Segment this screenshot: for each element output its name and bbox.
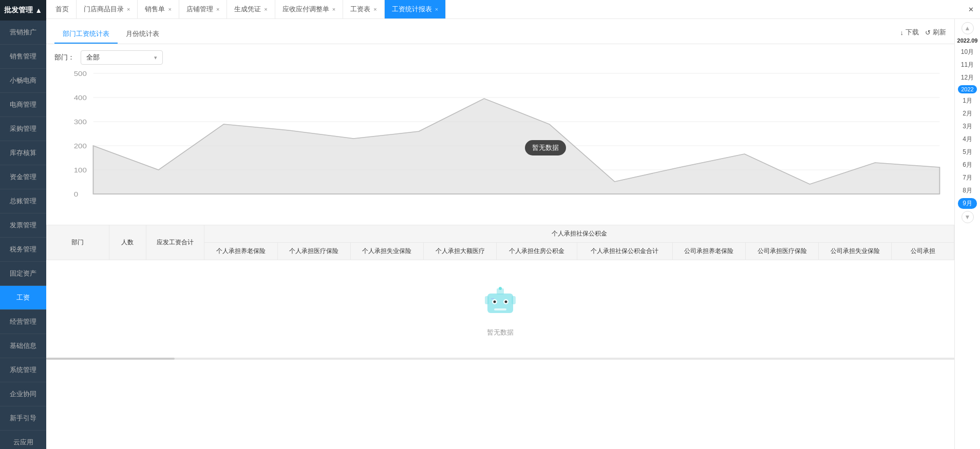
tab-close-店铺管理[interactable]: ×	[216, 6, 219, 12]
sidebar-item-采购管理[interactable]: 采购管理	[0, 117, 46, 141]
sidebar-header[interactable]: 批发管理 ▲	[0, 0, 46, 21]
timeline-month-1月[interactable]: 1月	[958, 94, 976, 107]
tab-close-工资表[interactable]: ×	[373, 6, 376, 12]
chart-no-data-label: 暂无数据	[525, 140, 566, 155]
timeline-down-button[interactable]: ▼	[962, 211, 974, 223]
data-table: 部门人数应发工资合计个人承担社保公积金 个人承担养老保险个人承担医疗保险个人承担…	[46, 225, 954, 260]
tab-工资表[interactable]: 工资表×	[343, 0, 384, 18]
tab-首页[interactable]: 首页	[48, 0, 77, 18]
svg-text:100: 100	[74, 167, 87, 173]
timeline-month-7月[interactable]: 7月	[958, 171, 976, 184]
sidebar-item-发票管理[interactable]: 发票管理	[0, 213, 46, 238]
chevron-down-icon: ▾	[154, 54, 157, 61]
sidebar-item-资金管理[interactable]: 资金管理	[0, 165, 46, 189]
tab-店铺管理[interactable]: 店铺管理×	[179, 0, 227, 18]
timeline-month-3月[interactable]: 3月	[958, 120, 976, 133]
sidebar-item-小畅电商[interactable]: 小畅电商	[0, 69, 46, 93]
timeline-month-4月[interactable]: 4月	[958, 133, 976, 146]
main-area: 首页门店商品目录×销售单×店铺管理×生成凭证×应收应付调整单×工资表×工资统计报…	[46, 0, 980, 449]
sub-col-公司承担养老保险: 公司承担养老保险	[672, 243, 745, 260]
tab-应收应付调整单[interactable]: 应收应付调整单×	[275, 0, 343, 18]
download-button[interactable]: ↓ 下载	[900, 28, 919, 37]
timeline-month-10月[interactable]: 10月	[958, 46, 976, 58]
timeline-month-2月[interactable]: 2月	[958, 107, 976, 120]
timeline-month-5月[interactable]: 5月	[958, 146, 976, 159]
timeline-current-date: 2022.09	[956, 35, 979, 46]
sub-col-公司承担失业保险: 公司承担失业保险	[819, 243, 892, 260]
content-area: 部门工资统计表月份统计表 ↓ 下载 ↺ 刷新 部门： 全部 ▾	[46, 19, 980, 449]
scroll-hint[interactable]	[46, 358, 954, 360]
empty-state: 暂无数据	[46, 260, 954, 358]
inner-tab-月份统计表[interactable]: 月份统计表	[118, 25, 167, 44]
tab-close-应收应付调整单[interactable]: ×	[332, 6, 335, 12]
sidebar-item-总账管理[interactable]: 总账管理	[0, 189, 46, 213]
svg-text:300: 300	[74, 119, 87, 125]
sidebar-item-销售管理[interactable]: 销售管理	[0, 45, 46, 69]
timeline-month-8月[interactable]: 8月	[958, 184, 976, 197]
svg-marker-12	[93, 99, 939, 194]
svg-rect-15	[512, 296, 516, 304]
sidebar-item-工资[interactable]: 工资	[0, 286, 46, 310]
sidebar-collapse-icon[interactable]: ▲	[35, 6, 42, 14]
tab-生成凭证[interactable]: 生成凭证×	[227, 0, 275, 18]
scroll-thumb[interactable]	[46, 358, 175, 360]
col-应发工资合计: 应发工资合计	[146, 225, 204, 260]
svg-text:0: 0	[74, 191, 79, 198]
sidebar-item-营销推广[interactable]: 营销推广	[0, 21, 46, 45]
sidebar-item-电商管理[interactable]: 电商管理	[0, 93, 46, 117]
table-wrap: 部门人数应发工资合计个人承担社保公积金 个人承担养老保险个人承担医疗保险个人承担…	[46, 225, 954, 360]
tab-actions: ↓ 下载 ↺ 刷新	[900, 28, 947, 41]
dept-select[interactable]: 全部 ▾	[81, 50, 163, 65]
tab-销售单[interactable]: 销售单×	[138, 0, 179, 18]
empty-icon	[480, 281, 521, 322]
tab-close-生成凭证[interactable]: ×	[264, 6, 267, 12]
tab-工资统计报表[interactable]: 工资统计报表×	[385, 0, 446, 18]
sidebar-item-系统管理[interactable]: 系统管理	[0, 358, 46, 382]
inner-tab-bar: 部门工资统计表月份统计表 ↓ 下载 ↺ 刷新	[46, 19, 954, 44]
sidebar-item-税务管理[interactable]: 税务管理	[0, 238, 46, 262]
sidebar-item-企业协同[interactable]: 企业协同	[0, 382, 46, 406]
svg-point-18	[494, 301, 496, 303]
svg-point-19	[505, 301, 507, 303]
sidebar-item-固定资产[interactable]: 固定资产	[0, 262, 46, 286]
svg-text:500: 500	[74, 71, 87, 77]
tab-close-销售单[interactable]: ×	[168, 6, 171, 12]
dept-value: 全部	[86, 53, 100, 62]
sidebar-item-云应用[interactable]: 云应用	[0, 431, 46, 449]
svg-text:200: 200	[74, 143, 87, 149]
area-chart: 500 400 300 200 100 0	[54, 71, 946, 214]
empty-text: 暂无数据	[487, 328, 514, 337]
timeline-month-6月[interactable]: 6月	[958, 159, 976, 171]
refresh-button[interactable]: ↺ 刷新	[925, 28, 946, 37]
close-all-tabs-button[interactable]: ✕	[964, 4, 978, 15]
inner-tab-部门工资统计表[interactable]: 部门工资统计表	[54, 25, 118, 44]
tab-门店商品目录[interactable]: 门店商品目录×	[77, 0, 138, 18]
sub-col-个人承担医疗保险: 个人承担医疗保险	[277, 243, 350, 260]
timeline-month-11月[interactable]: 11月	[958, 58, 976, 71]
tab-close-工资统计报表[interactable]: ×	[435, 6, 438, 12]
timeline-month-12月[interactable]: 12月	[958, 71, 976, 84]
sub-col-公司承担医疗保险: 公司承担医疗保险	[745, 243, 818, 260]
sub-col-个人承担社保公积金合计: 个人承担社保公积金合计	[577, 243, 672, 260]
sub-col-个人承担养老保险: 个人承担养老保险	[204, 243, 277, 260]
col-group-social: 个人承担社保公积金	[204, 225, 954, 243]
sidebar-item-新手引导[interactable]: 新手引导	[0, 406, 46, 431]
tab-bar: 首页门店商品目录×销售单×店铺管理×生成凭证×应收应付调整单×工资表×工资统计报…	[46, 0, 980, 19]
timeline-up-button[interactable]: ▲	[962, 22, 974, 34]
dept-label: 部门：	[54, 53, 74, 62]
sub-col-个人承担失业保险: 个人承担失业保险	[350, 243, 423, 260]
tab-close-门店商品目录[interactable]: ×	[127, 6, 130, 12]
sub-col-个人承担大额医疗: 个人承担大额医疗	[423, 243, 496, 260]
timeline-year-2022[interactable]: 2022	[958, 85, 976, 93]
chart-container: 500 400 300 200 100 0	[46, 71, 954, 225]
timeline-panel: ▲ 2022.09 10月11月12月20221月2月3月4月5月6月7月8月9…	[954, 19, 980, 449]
sidebar-item-基础信息[interactable]: 基础信息	[0, 334, 46, 358]
col-人数: 人数	[109, 225, 146, 260]
page-content: 部门工资统计表月份统计表 ↓ 下载 ↺ 刷新 部门： 全部 ▾	[46, 19, 954, 449]
timeline-month-active[interactable]: 9月	[958, 198, 976, 209]
svg-text:400: 400	[74, 94, 87, 101]
svg-rect-20	[494, 308, 506, 310]
sidebar-item-经营管理[interactable]: 经营管理	[0, 310, 46, 334]
sidebar-item-库存核算[interactable]: 库存核算	[0, 141, 46, 165]
svg-rect-14	[485, 296, 489, 304]
